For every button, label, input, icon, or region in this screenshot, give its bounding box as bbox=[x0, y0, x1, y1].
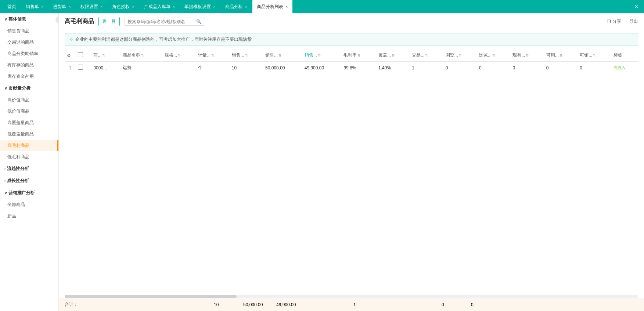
nav-purchase[interactable]: 进货单 × bbox=[48, 0, 75, 13]
footer-empty9 bbox=[383, 302, 412, 307]
search-box: 🔍 bbox=[124, 18, 205, 26]
sort-icon-browse2: ⇅ bbox=[492, 53, 495, 57]
row-gross-rate: 99.8% bbox=[341, 62, 376, 74]
th-sales2[interactable]: 销售... ⇅ bbox=[263, 49, 302, 62]
footer-empty8 bbox=[331, 302, 353, 307]
sidebar-group-overall[interactable]: ∨ 整体信息 bbox=[0, 13, 58, 25]
row-checkbox[interactable] bbox=[78, 65, 83, 70]
sort-icon-current: ⇅ bbox=[526, 53, 529, 57]
sidebar-item-high-value[interactable]: 高价值商品 bbox=[0, 94, 58, 106]
sidebar-item-stock-capital[interactable]: 库存资金占用 bbox=[0, 71, 58, 82]
row-sales3: 49,900.00 bbox=[302, 62, 342, 74]
nav-role[interactable]: 角色授权 × bbox=[108, 0, 138, 13]
sidebar-group-marketing[interactable]: ∨ 营销推广分析 bbox=[0, 187, 58, 199]
sort-icon-code: ⇅ bbox=[102, 53, 105, 57]
close-analysis-list-tab[interactable]: × bbox=[285, 4, 288, 9]
sidebar-item-low-coverage[interactable]: 低覆盖量商品 bbox=[0, 129, 58, 140]
table-row: 1 0000... 运费 个 10 50,000.00 49,900.00 99… bbox=[65, 62, 638, 74]
th-browse2[interactable]: 浏览... ⇅ bbox=[477, 49, 510, 62]
th-spec[interactable]: 规格... ⇅ bbox=[162, 49, 196, 62]
settings-icon[interactable]: ⚙ bbox=[67, 53, 71, 58]
close-sales-tab[interactable]: × bbox=[41, 4, 43, 9]
sidebar-item-category-rate[interactable]: 商品分类助销率 bbox=[0, 48, 58, 59]
sidebar-item-low-margin[interactable]: 低毛利商品 bbox=[0, 151, 58, 163]
close-analysis-tab[interactable]: × bbox=[245, 4, 247, 9]
sort-icon-sales2: ⇅ bbox=[278, 53, 281, 57]
th-current[interactable]: 现有... ⇅ bbox=[510, 49, 544, 62]
th-transaction[interactable]: 交易... ⇅ bbox=[410, 49, 443, 62]
arrow-icon-3: › bbox=[4, 167, 6, 171]
row-sales2: 50,000.00 bbox=[263, 62, 302, 74]
footer-total-label: 合计： bbox=[65, 301, 87, 308]
nav-sales[interactable]: 销售单 × bbox=[21, 0, 48, 13]
sort-icon-sales1: ⇅ bbox=[245, 53, 248, 57]
nav-product-analysis-list[interactable]: 商品分析列表 × bbox=[252, 0, 292, 13]
content-area: 高毛利商品 近一月 🔍 ❐ 分享 ↑ 导出 ✧ 企业的主要的利润都是这部分商品创… bbox=[59, 13, 644, 311]
sort-icon-gross: ⇅ bbox=[357, 53, 360, 57]
th-gross-rate[interactable]: 毛利率 ⇅ bbox=[341, 49, 376, 62]
sidebar-group-growth[interactable]: › 成长性分析 bbox=[0, 175, 58, 187]
arrow-icon: ∨ bbox=[4, 17, 7, 21]
export-btn[interactable]: ↑ 导出 bbox=[626, 18, 638, 25]
th-settings[interactable]: ⚙ bbox=[65, 49, 76, 62]
export-icon: ↑ bbox=[626, 19, 628, 24]
nav-permission[interactable]: 权限设置 × bbox=[76, 0, 107, 13]
sidebar-item-in-stock[interactable]: 有库存的商品 bbox=[0, 59, 58, 71]
th-sellable[interactable]: 可销... ⇅ bbox=[578, 49, 611, 62]
sidebar-item-low-value[interactable]: 低价值商品 bbox=[0, 106, 58, 117]
footer-empty1 bbox=[93, 302, 104, 307]
sidebar-item-all-goods[interactable]: 全部商品 bbox=[0, 199, 58, 210]
footer-cells: 10 50,000.00 49,900.00 1 0 0 bbox=[93, 302, 638, 307]
sidebar-item-new-goods[interactable]: 新品 bbox=[0, 210, 58, 222]
close-purchase-tab[interactable]: × bbox=[68, 4, 71, 9]
date-filter-btn[interactable]: 近一月 bbox=[98, 17, 120, 26]
close-window-btn[interactable]: × bbox=[632, 3, 641, 10]
header-actions: ❐ 分享 ↑ 导出 bbox=[607, 18, 638, 25]
close-product-in-tab[interactable]: × bbox=[173, 4, 175, 9]
content-header: 高毛利商品 近一月 🔍 ❐ 分享 ↑ 导出 bbox=[59, 13, 644, 30]
th-name[interactable]: 商品名称 ⇅ bbox=[120, 49, 162, 62]
row-checkbox-cell bbox=[76, 62, 91, 74]
sidebar-group-contribution[interactable]: ∨ 贡献量分析 bbox=[0, 82, 58, 94]
th-sales1[interactable]: 销售... ⇅ bbox=[230, 49, 263, 62]
nav-product-analysis[interactable]: 商品分析 × bbox=[221, 0, 252, 13]
row-code: 0000... bbox=[91, 62, 120, 74]
nav-product-in[interactable]: 产成品入库单 × bbox=[140, 0, 179, 13]
data-table: ⚙ 商... ⇅ bbox=[65, 49, 638, 74]
sidebar-item-traded-goods[interactable]: 交易过的商品 bbox=[0, 37, 58, 48]
select-all-checkbox[interactable] bbox=[78, 52, 83, 57]
th-code[interactable]: 商... ⇅ bbox=[91, 49, 120, 62]
sidebar: « ∨ 整体信息 销售货商品 交易过的商品 商品分类助销率 有库存的商品 库存资… bbox=[0, 13, 59, 311]
close-role-tab[interactable]: × bbox=[132, 4, 134, 9]
th-coverage[interactable]: 覆盖... ⇅ bbox=[376, 49, 410, 62]
row-transaction: 1 bbox=[410, 62, 443, 74]
row-spec bbox=[162, 62, 196, 74]
close-template-tab[interactable]: × bbox=[213, 4, 215, 9]
share-btn[interactable]: ❐ 分享 bbox=[607, 18, 621, 25]
sidebar-item-sales-goods[interactable]: 销售货商品 bbox=[0, 25, 58, 37]
search-input[interactable] bbox=[127, 19, 196, 24]
th-tag: 标签 bbox=[611, 49, 638, 62]
sidebar-item-high-margin[interactable]: 高毛利商品 bbox=[0, 140, 58, 151]
sort-icon-sellable: ⇅ bbox=[593, 53, 596, 57]
footer-available: 0 bbox=[471, 302, 500, 307]
th-sales3[interactable]: 销售... ⇅ bbox=[302, 49, 342, 62]
search-icon[interactable]: 🔍 bbox=[196, 19, 202, 24]
close-permission-tab[interactable]: × bbox=[100, 4, 102, 9]
th-unit[interactable]: 计量... ⇅ bbox=[196, 49, 229, 62]
sidebar-item-high-coverage[interactable]: 高覆盖量商品 bbox=[0, 117, 58, 129]
top-nav: 首页 销售单 × 进货单 × 权限设置 × 角色授权 × 产成品入库单 × 单据… bbox=[0, 0, 644, 13]
arrow-icon-5: ∨ bbox=[4, 191, 7, 195]
row-browse1[interactable]: 0 bbox=[443, 62, 477, 74]
sidebar-group-flow[interactable]: › 流趋性分析 bbox=[0, 163, 58, 175]
row-sellable: 0 bbox=[578, 62, 611, 74]
row-coverage: 1.49% bbox=[376, 62, 410, 74]
row-current: 0 bbox=[510, 62, 544, 74]
nav-template[interactable]: 单据模板设置 × bbox=[180, 0, 220, 13]
footer-sales2: 50,000.00 bbox=[243, 302, 276, 307]
nav-home[interactable]: 首页 bbox=[3, 0, 21, 13]
th-browse1[interactable]: 浏览... ⇅ bbox=[443, 49, 477, 62]
footer-transaction: 1 bbox=[353, 302, 383, 307]
sort-icon-name: ⇅ bbox=[141, 53, 144, 57]
th-available[interactable]: 可用... ⇅ bbox=[544, 49, 578, 62]
